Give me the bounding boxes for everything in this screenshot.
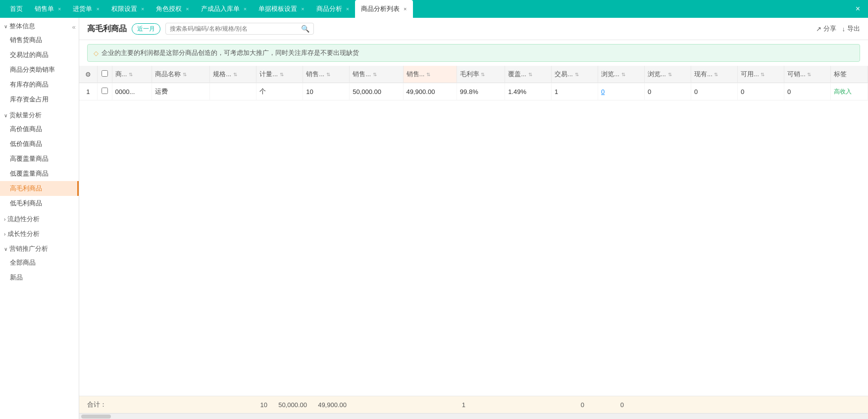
table-row: 1 0000... 运费 个 10 50,000.00 49,900.00 99… [79, 83, 868, 100]
footer-transactions: 1 [429, 401, 468, 409]
sort-unit-icon: ⇅ [280, 72, 284, 77]
nav-permissions[interactable]: 权限设置 × [105, 0, 150, 18]
cell-sales-qty: 10 [303, 83, 350, 100]
share-icon: ↗ [816, 25, 821, 33]
group-contribution-arrow: ∨ [4, 113, 7, 118]
footer-stock-current: 0 [548, 401, 587, 409]
col-checkbox[interactable] [97, 66, 112, 83]
col-sales-profit[interactable]: 销售... ⇅ [403, 66, 457, 83]
cell-stock-available: 0 [737, 83, 784, 100]
col-settings[interactable]: ⚙ [79, 66, 97, 83]
group-overall-arrow: ∨ [4, 24, 7, 29]
sidebar-item-high-coverage[interactable]: 高覆盖量商品 [0, 151, 79, 166]
nav-sales-order[interactable]: 销售单 × [29, 0, 67, 18]
sidebar-group-trend[interactable]: › 流趋性分析 [0, 211, 79, 226]
sort-spec-icon: ⇅ [233, 72, 237, 77]
sidebar-item-low-margin[interactable]: 低毛利商品 [0, 196, 79, 211]
horizontal-scrollbar[interactable] [79, 413, 868, 419]
filter-recent-month-button[interactable]: 近一月 [132, 23, 160, 35]
col-spec[interactable]: 规格... ⇅ [210, 66, 256, 83]
content-area: 高毛利商品 近一月 🔍 ↗ 分享 ↓ 导出 ◇ 企业的主要的利润都是这部分商品创… [79, 18, 868, 419]
cell-checkbox[interactable] [97, 83, 112, 100]
nav-home[interactable]: 首页 [4, 0, 29, 18]
table-header-row: ⚙ 商... ⇅ 商品名称 ⇅ [79, 66, 868, 83]
cell-spec [210, 83, 256, 100]
search-input[interactable] [170, 25, 301, 32]
nav-product-analysis[interactable]: 商品分析 × [310, 0, 355, 18]
export-button[interactable]: ↓ 导出 [842, 24, 861, 33]
col-name[interactable]: 商品名称 ⇅ [152, 66, 210, 83]
sidebar-group-overall[interactable]: ∨ 整体信息 [0, 18, 79, 33]
sidebar-item-low-coverage[interactable]: 低覆盖量商品 [0, 166, 79, 181]
close-product-analysis[interactable]: × [346, 6, 349, 12]
sort-code-icon: ⇅ [129, 72, 133, 77]
col-sales-qty[interactable]: 销售... ⇅ [303, 66, 350, 83]
sidebar-item-category-rate[interactable]: 商品分类助销率 [0, 62, 79, 77]
data-table-container[interactable]: ⚙ 商... ⇅ 商品名称 ⇅ [79, 66, 868, 396]
footer-label: 合计： [87, 400, 112, 409]
footer-sales-qty: 10 [231, 401, 270, 409]
col-gross-margin[interactable]: 毛利率 ⇅ [457, 66, 505, 83]
col-coverage[interactable]: 覆盖... ⇅ [505, 66, 552, 83]
sidebar-item-all-goods[interactable]: 全部商品 [0, 255, 79, 270]
cell-code: 0000... [112, 83, 152, 100]
sidebar-collapse-button[interactable]: « [69, 22, 79, 32]
close-sales-order[interactable]: × [58, 6, 61, 12]
footer-stock-available: 0 [587, 401, 627, 409]
cell-sales-amount: 50,000.00 [350, 83, 403, 100]
sidebar-item-low-value[interactable]: 低价值商品 [0, 137, 79, 151]
close-purchase-order[interactable]: × [96, 6, 99, 12]
nav-product-analysis-list[interactable]: 商品分析列表 × [355, 0, 412, 18]
sort-coverage-icon: ⇅ [528, 72, 532, 77]
col-sales-amount[interactable]: 销售... ⇅ [350, 66, 403, 83]
page-title: 高毛利商品 [87, 24, 127, 34]
col-transactions[interactable]: 交易... ⇅ [552, 66, 598, 83]
footer-sales-profit: 49,900.00 [310, 401, 350, 409]
cell-tag: 高收入 [830, 83, 868, 100]
nav-finished-goods[interactable]: 产成品入库单 × [195, 0, 253, 18]
col-code[interactable]: 商... ⇅ [112, 66, 152, 83]
sort-name-icon: ⇅ [183, 72, 187, 77]
info-icon: ◇ [94, 49, 99, 57]
sidebar-item-sales-goods[interactable]: 销售货商品 [0, 33, 79, 47]
close-template-settings[interactable]: × [301, 6, 304, 12]
sidebar-item-new-goods[interactable]: 新品 [0, 270, 79, 285]
group-trend-arrow: › [4, 217, 5, 222]
col-stock-available[interactable]: 可用... ⇅ [737, 66, 784, 83]
sidebar-item-traded-goods[interactable]: 交易过的商品 [0, 47, 79, 62]
col-unit[interactable]: 计量... ⇅ [256, 66, 303, 83]
row-checkbox[interactable] [102, 88, 108, 94]
nav-roles[interactable]: 角色授权 × [150, 0, 195, 18]
sidebar-item-stock-capital[interactable]: 库存资金占用 [0, 92, 79, 107]
scroll-thumb[interactable] [81, 415, 111, 419]
sidebar-group-contribution[interactable]: ∨ 贡献量分析 [0, 107, 79, 122]
sidebar-group-growth[interactable]: › 成长性分析 [0, 226, 79, 240]
nav-purchase-order[interactable]: 进货单 × [67, 0, 105, 18]
sidebar-item-high-margin[interactable]: 高毛利商品 [0, 181, 79, 196]
close-all-tabs[interactable]: × [852, 4, 864, 13]
cell-views2: 0 [645, 83, 691, 100]
col-views2[interactable]: 浏览... ⇅ [645, 66, 691, 83]
cell-views1[interactable]: 0 [598, 83, 645, 100]
close-finished-goods[interactable]: × [244, 6, 247, 12]
sidebar-group-marketing[interactable]: ∨ 营销推广分析 [0, 240, 79, 255]
sidebar-item-in-stock[interactable]: 有库存的商品 [0, 77, 79, 92]
share-button[interactable]: ↗ 分享 [816, 24, 836, 33]
col-views1[interactable]: 浏览... ⇅ [598, 66, 645, 83]
search-icon[interactable]: 🔍 [301, 25, 309, 33]
close-permissions[interactable]: × [141, 6, 144, 12]
select-all-checkbox[interactable] [102, 70, 108, 77]
close-product-analysis-list[interactable]: × [404, 6, 407, 12]
views1-link[interactable]: 0 [601, 88, 605, 95]
nav-template-settings[interactable]: 单据模板设置 × [253, 0, 310, 18]
content-header: 高毛利商品 近一月 🔍 ↗ 分享 ↓ 导出 [79, 18, 868, 40]
sidebar-item-high-value[interactable]: 高价值商品 [0, 122, 79, 137]
search-box: 🔍 [165, 23, 314, 35]
close-roles[interactable]: × [186, 6, 189, 12]
footer-sales-amount: 50,000.00 [270, 401, 310, 409]
sort-views1-icon: ⇅ [621, 72, 625, 77]
col-stock-saleable[interactable]: 可销... ⇅ [784, 66, 830, 83]
col-stock-current[interactable]: 现有... ⇅ [691, 66, 738, 83]
sort-transactions-icon: ⇅ [575, 72, 579, 77]
export-icon: ↓ [842, 25, 846, 33]
